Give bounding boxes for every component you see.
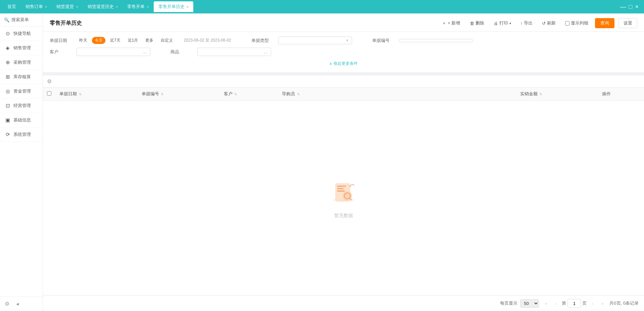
col-date-sort[interactable]: ⇅: [79, 92, 82, 96]
col-guide-sort[interactable]: ⇅: [297, 92, 300, 96]
print-button[interactable]: 🖨 打印 ▾: [491, 19, 514, 28]
sales-mgmt-label: 销售管理: [13, 45, 31, 51]
date-opt-yesterday[interactable]: 昨天: [77, 37, 90, 44]
page-number-input[interactable]: [567, 299, 581, 308]
date-opt-7days[interactable]: 近7天: [107, 37, 123, 44]
page-word: 第: [562, 300, 566, 306]
svg-rect-4: [337, 191, 345, 192]
tab-sales-return-history[interactable]: 销货退货历史 ×: [83, 1, 122, 12]
system-icon: ⟳: [5, 132, 11, 138]
col-no-sort[interactable]: ⇅: [161, 92, 163, 96]
tab-sales-order-close[interactable]: ×: [45, 5, 47, 9]
delete-label: 删除: [476, 20, 484, 26]
col-amount-label: 实销金额: [520, 91, 538, 96]
query-button[interactable]: 查询: [595, 18, 614, 28]
sidebar-item-sales-mgmt[interactable]: ◈ 销售管理: [0, 41, 43, 55]
sidebar-item-quick-nav[interactable]: ⊙ 快捷导航: [0, 27, 43, 41]
col-no: 单据编号 ⇅: [138, 88, 220, 101]
sidebar-item-system[interactable]: ⟳ 系统管理: [0, 127, 43, 142]
basic-info-label: 基础信息: [13, 117, 31, 123]
select-all-checkbox[interactable]: [47, 91, 51, 96]
goods-label: 商品: [170, 49, 191, 55]
customer-dots-icon[interactable]: ...: [143, 49, 147, 54]
tab-retail-history[interactable]: 零售开单历史 ×: [154, 1, 193, 12]
col-guide: 导购员 ⇅: [278, 88, 348, 101]
tab-retail-open-close[interactable]: ×: [147, 5, 149, 9]
tab-retail-history-close[interactable]: ×: [187, 5, 189, 9]
col-amount-sort[interactable]: ⇅: [539, 92, 542, 96]
inventory-label: 库存核算: [13, 74, 31, 80]
col-guide-label: 导购员: [282, 91, 295, 96]
doc-no-label: 单据编号: [372, 38, 392, 44]
settings-icon[interactable]: ⚙: [5, 301, 9, 307]
date-opt-more[interactable]: 更多: [143, 37, 156, 44]
tab-sales-return-history-close[interactable]: ×: [116, 5, 118, 9]
date-opt-today[interactable]: 今天: [92, 37, 105, 44]
table-header-row: 单据日期 ⇅ 单据编号 ⇅ 客户 ⇅ 导购员 ⇅: [43, 88, 644, 101]
print-chevron-icon: ▾: [509, 21, 511, 25]
data-table: 单据日期 ⇅ 单据编号 ⇅ 客户 ⇅ 导购员 ⇅: [43, 88, 644, 101]
tab-retail-history-label: 零售开单历史: [158, 4, 185, 10]
tab-sales-return-close[interactable]: ×: [76, 5, 78, 9]
add-icon: ＋: [442, 20, 446, 26]
page-prev-btn[interactable]: ‹: [552, 299, 560, 308]
date-opt-1month[interactable]: 近1月: [125, 37, 141, 44]
svg-rect-3: [337, 188, 344, 189]
export-label: 导出: [524, 20, 533, 26]
pagination-nav: « ‹ 第 页 › »: [542, 299, 607, 308]
tab-sales-return-label: 销货退货: [56, 4, 74, 10]
date-opt-custom[interactable]: 自定义: [158, 37, 176, 44]
add-button[interactable]: ＋ + 新增: [439, 19, 463, 28]
table-head: 单据日期 ⇅ 单据编号 ⇅ 客户 ⇅ 导购员 ⇅: [43, 88, 644, 101]
operation-label: 经营管理: [13, 103, 31, 109]
page-next-btn[interactable]: ›: [588, 299, 597, 308]
filter-row-1: 单据日期 昨天 今天 近7天 近1月 更多 自定义 2023-06-02 至 2…: [50, 37, 637, 44]
col-amount: 实销金额 ⇅: [516, 88, 598, 101]
sidebar: 🔍 搜索菜单 ⊙ 快捷导航 ◈ 销售管理 ⊕ 采购管理 ⊞ 库存核算 ◎ 资金管…: [0, 13, 43, 311]
pagination-total-info: 共0页, 0条记录: [609, 300, 639, 306]
doc-no-input[interactable]: [399, 39, 473, 42]
settings-button[interactable]: 设置: [618, 18, 637, 28]
tab-sales-order-label: 销售订单: [26, 4, 43, 10]
sidebar-item-basic-info[interactable]: ▣ 基础信息: [0, 113, 43, 127]
tab-retail-open[interactable]: 零售开单 ×: [122, 1, 153, 12]
display-cols-button[interactable]: 显示列细: [562, 19, 591, 28]
tab-sales-return[interactable]: 销货退货 ×: [52, 1, 83, 12]
sales-mgmt-icon: ◈: [5, 45, 11, 51]
sidebar-item-operation[interactable]: ⊡ 经营管理: [0, 99, 43, 113]
sidebar-search-label: 搜索菜单: [11, 17, 29, 23]
doc-type-select[interactable]: ▾: [278, 37, 352, 44]
window-maximize[interactable]: □: [629, 3, 633, 10]
collapse-button[interactable]: ∧ 收起更多条件: [329, 59, 358, 68]
empty-state: 暂无数据: [43, 101, 644, 295]
date-range-display: 2023-06-02 至 2023-06-02: [184, 38, 231, 43]
operation-icon: ⊡: [5, 103, 11, 109]
export-button[interactable]: ↑ 导出: [518, 19, 536, 28]
window-minimize[interactable]: —: [620, 3, 626, 10]
display-cols-checkbox[interactable]: [565, 21, 569, 25]
collapse-sidebar-icon[interactable]: ◂: [16, 301, 19, 307]
sidebar-item-inventory[interactable]: ⊞ 库存核算: [0, 70, 43, 84]
toolbar: ＋ + 新增 🗑 删除 🖨 打印 ▾ ↑ 导出 ↺: [439, 18, 637, 28]
sidebar-item-finance[interactable]: ◎ 资金管理: [0, 84, 43, 99]
customer-input[interactable]: ...: [77, 48, 150, 56]
per-page-label: 每页显示: [500, 300, 517, 306]
goods-dots-icon[interactable]: ...: [264, 49, 267, 54]
delete-icon: 🗑: [470, 21, 474, 26]
refresh-button[interactable]: ↺ 刷新: [539, 19, 558, 28]
sidebar-item-purchase-mgmt[interactable]: ⊕ 采购管理: [0, 55, 43, 70]
sidebar-search[interactable]: 🔍 搜索菜单: [0, 13, 43, 27]
page-first-btn[interactable]: «: [542, 299, 550, 308]
tab-sales-order[interactable]: 销售订单 ×: [21, 1, 52, 12]
print-label: 打印: [499, 20, 508, 26]
goods-input[interactable]: ...: [197, 48, 271, 56]
tab-home[interactable]: 首页: [3, 1, 21, 12]
table-settings-icon[interactable]: ⚙: [47, 78, 52, 85]
col-customer-sort[interactable]: ⇅: [234, 92, 237, 96]
page-last-btn[interactable]: »: [598, 299, 607, 308]
per-page-select[interactable]: 50 10 20 100: [520, 299, 539, 308]
doc-type-label: 单据类型: [251, 38, 271, 44]
delete-button[interactable]: 🗑 删除: [467, 19, 487, 28]
window-close[interactable]: ×: [635, 3, 639, 10]
filter-area: 单据日期 昨天 今天 近7天 近1月 更多 自定义 2023-06-02 至 2…: [43, 32, 644, 73]
